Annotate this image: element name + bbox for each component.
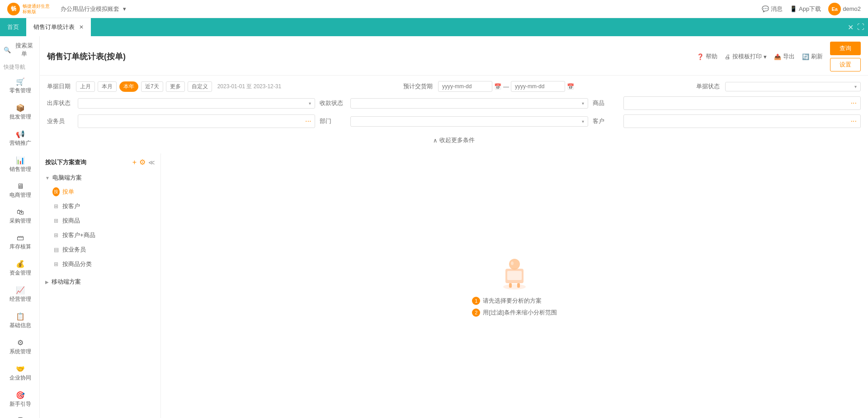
goods-dots[interactable]: ··· [851,99,857,107]
tree-item-by-customer-goods[interactable]: ⊞ 按客户+商品 [40,228,160,242]
customer-dots[interactable]: ··· [851,117,857,125]
date-last-7-days[interactable]: 近7天 [141,81,163,92]
app-download-button[interactable]: 📱 App下载 [790,5,821,13]
inventory-label: 库存核算 [9,243,31,251]
tab-bar-actions: ✕ ⛶ [848,23,868,32]
guide-label: 新手引导 [9,400,31,408]
export-label: 导出 [783,52,795,61]
svg-point-4 [511,261,514,265]
help-button[interactable]: ❓ 帮助 [697,52,717,61]
date-this-year[interactable]: 本年 [119,81,138,92]
date-last-month[interactable]: 上月 [76,81,95,92]
left-panel-header: 按以下方案查询 + ⚙ ≪ [40,153,160,171]
tree-group-mobile-title[interactable]: ▶ 移动端方案 [40,275,160,289]
sales-icon: 📊 [16,156,25,165]
tree-item-by-category[interactable]: ⊞ 按商品分类 [40,257,160,271]
svg-point-0 [503,284,526,290]
message-button[interactable]: 💬 消息 [762,5,783,13]
payment-status-select[interactable]: ▾ [350,98,588,109]
sidebar-item-corp-sync[interactable]: 🤝 企业协同 [0,360,39,386]
export-button[interactable]: 📤 导出 [774,52,795,61]
date-more[interactable]: 更多 [166,81,185,92]
add-scheme-button[interactable]: + [132,158,137,166]
query-button[interactable]: 查询 [830,42,861,55]
settings-button[interactable]: 设置 [830,58,861,71]
user-menu[interactable]: Ea demo2 [828,3,861,15]
sidebar-item-basic-info[interactable]: 📋 基础信息 [0,308,39,334]
left-panel: 按以下方案查询 + ⚙ ≪ ▼ 电脑端方案 按 [40,153,161,418]
tree-item-by-goods[interactable]: ⊞ 按商品 [40,214,160,228]
page-header-top: 销售订单统计表(按单) ❓ 帮助 🖨 按模板打印 ▾ 📤 导出 [47,42,861,71]
sidebar-item-purchase[interactable]: 🛍 采购管理 [0,204,39,229]
sidebar-item-guide[interactable]: 🎯 新手引导 [0,386,39,413]
goods-select[interactable]: ··· [623,96,861,110]
home-tab-label: 首页 [7,23,19,31]
refresh-button[interactable]: 🔄 刷新 [802,52,823,61]
by-customer-goods-icon: ⊞ [52,232,60,239]
collapse-panel-button[interactable]: ≪ [148,159,155,166]
status-select[interactable]: ▾ [725,82,861,91]
sidebar-item-operations[interactable]: 📈 经营管理 [0,281,39,308]
sidebar-item-system[interactable]: ⚙ 系统管理 [0,334,39,360]
tree-group-mobile: ▶ 移动端方案 [40,275,160,292]
sales-order-tab-label: 销售订单统计表 [33,23,75,31]
filter-row-2: 出库状态 ▾ 收款状态 ▾ 商品 [47,96,861,110]
main-content: 按以下方案查询 + ⚙ ≪ ▼ 电脑端方案 按 [40,153,868,418]
by-customer-goods-label: 按客户+商品 [62,231,95,239]
btn-group-right: 查询 设置 [830,42,861,71]
tab-home[interactable]: 首页 [0,18,26,36]
ship-status-item: 出库状态 ▾ [47,96,315,110]
sidebar-item-ecommerce[interactable]: 🖥 电商管理 [0,178,39,204]
calendar-start-icon[interactable]: 📅 [494,83,501,90]
tab-expand-icon[interactable]: ⛶ [857,23,864,31]
date-group: 上月 本月 本年 近7天 更多 自定义 [76,81,212,92]
tree-group-pc: ▼ 电脑端方案 按 按单 ⊞ 按客户 ⊞ 按 [40,171,160,275]
ship-status-select[interactable]: ▾ [78,98,315,109]
print-button[interactable]: 🖨 按模板打印 ▾ [725,52,767,61]
filter-row-date: 单据日期 上月 本月 本年 近7天 更多 自定义 2023-01-01 至 20… [47,81,861,92]
svg-rect-2 [507,271,522,280]
ship-status-label: 出库状态 [47,99,74,107]
sidebar-item-marketing[interactable]: 📢 营销推广 [0,125,39,152]
app-download-label: App下载 [799,5,821,13]
sidebar-item-wholesale[interactable]: 📦 批发管理 [0,99,39,125]
sidebar-item-finance[interactable]: 💰 资金管理 [0,255,39,281]
print-label: 按模板打印 [732,52,762,61]
ecommerce-label: 电商管理 [9,191,31,199]
tree-item-by-salesperson[interactable]: ▤ 按业务员 [40,242,160,257]
goods-item: 商品 ··· [593,96,861,110]
tab-sales-order[interactable]: 销售订单统计表 ✕ [26,18,91,36]
delivery-date-end[interactable] [511,81,565,92]
corp-sync-label: 企业协同 [9,374,31,382]
top-dropdown-icon[interactable]: ▾ [123,5,126,12]
customer-select[interactable]: ··· [623,114,861,128]
sidebar-item-inventory[interactable]: 🗃 库存核算 [0,229,39,255]
calendar-end-icon[interactable]: 📅 [567,83,574,90]
tab-close-all-icon[interactable]: ✕ [848,23,854,32]
by-goods-label: 按商品 [62,217,80,225]
tab-close-icon[interactable]: ✕ [79,24,84,30]
finance-icon: 💰 [16,260,25,268]
by-goods-icon: ⊞ [52,217,60,224]
tree-item-by-order[interactable]: 按 按单 [40,185,160,199]
tree-group-pc-title[interactable]: ▼ 电脑端方案 [40,171,160,185]
wholesale-label: 批发管理 [9,113,31,121]
sidebar-item-sales[interactable]: 📊 销售管理 [0,152,39,178]
settings-scheme-button[interactable]: ⚙ [139,158,146,166]
download-icon: 📱 [790,5,797,12]
tree-item-by-customer[interactable]: ⊞ 按客户 [40,199,160,214]
department-select[interactable]: ▾ [350,116,588,127]
sidebar-item-app-center[interactable]: 📱 应用中心 [0,413,39,418]
by-category-label: 按商品分类 [62,260,92,268]
salesperson-dots[interactable]: ··· [305,117,311,125]
salesperson-select[interactable]: ··· [78,114,315,128]
date-this-month[interactable]: 本月 [98,81,117,92]
delivery-date-start[interactable] [438,81,492,92]
search-menu-button[interactable]: 🔍 搜索菜单 [4,40,36,60]
collapse-button[interactable]: ∧ 收起更多条件 [433,136,475,144]
sidebar-search: 🔍 搜索菜单 [0,36,39,62]
date-custom[interactable]: 自定义 [188,81,212,92]
sidebar-item-retail[interactable]: 🛒 零售管理 [0,73,39,99]
guide-icon: 🎯 [16,391,25,399]
operations-icon: 📈 [16,286,25,294]
